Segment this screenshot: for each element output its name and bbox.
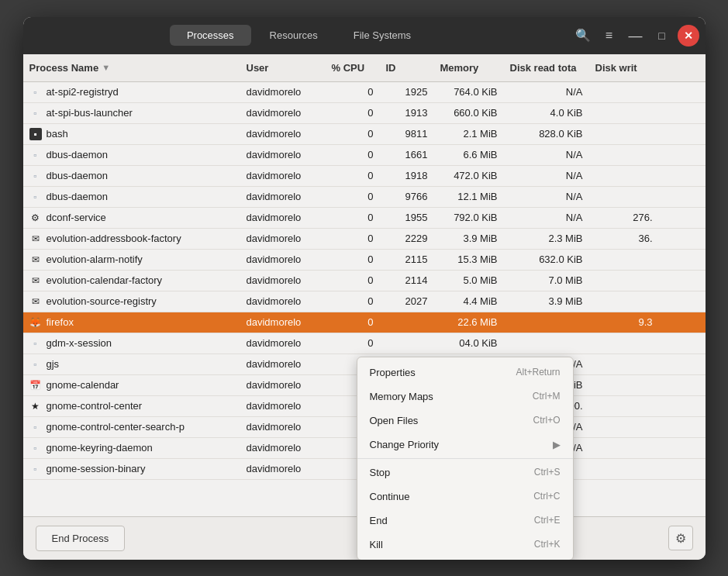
process-name-cell: ▫ gjs: [23, 354, 240, 374]
process-diskwrite: [589, 423, 659, 431]
process-diskread: N/A: [504, 208, 589, 227]
process-name: gjs: [47, 358, 60, 370]
process-diskread: 3.9 MiB: [504, 291, 589, 311]
process-name: gnome-control-center: [47, 400, 143, 412]
table-row[interactable]: ✉ evolution-calendar-factory davidmorelo…: [23, 271, 706, 291]
process-id: 2229: [380, 229, 434, 248]
process-diskwrite: [589, 381, 659, 389]
process-name: dbus-daemon: [47, 170, 109, 181]
table-row[interactable]: ▪ bash davidmorelo 0 9811 2.1 MiB 828.0 …: [23, 124, 706, 145]
process-icon: ▫: [29, 86, 42, 98]
settings-button[interactable]: ⚙: [668, 526, 693, 550]
process-diskwrite: [589, 402, 659, 410]
table-row[interactable]: ▫ at-spi-bus-launcher davidmorelo 0 1913…: [23, 103, 706, 124]
table-row[interactable]: 🦊 firefox davidmorelo 0 22.6 MiB 9.3: [23, 312, 706, 333]
tab-resources[interactable]: Resources: [253, 25, 335, 46]
menu-button[interactable]: ≡: [599, 25, 620, 47]
process-diskwrite: [589, 277, 659, 285]
table-row[interactable]: ▫ dbus-daemon davidmorelo 0 1918 472.0 K…: [23, 166, 706, 187]
process-id: 1918: [380, 166, 434, 185]
table-row[interactable]: ▫ at-spi2-registryd davidmorelo 0 1925 7…: [23, 82, 706, 103]
process-user: davidmorelo: [240, 208, 326, 227]
col-header-cpu[interactable]: % CPU: [326, 59, 380, 77]
process-memory: 2.1 MiB: [434, 124, 504, 143]
process-id: 9811: [380, 124, 434, 143]
ctx-divider: [357, 458, 573, 459]
minimize-button[interactable]: —: [625, 25, 647, 47]
ctx-end[interactable]: End Ctrl+E: [357, 509, 573, 533]
process-icon: ▫: [29, 463, 42, 475]
ctx-stop[interactable]: Stop Ctrl+S: [357, 460, 573, 485]
process-diskwrite: 276.: [589, 208, 659, 227]
process-id: 1913: [380, 103, 434, 122]
process-name-cell: ✉ evolution-source-registry: [23, 291, 240, 312]
process-id: 9766: [380, 187, 434, 206]
process-icon: 🦊: [29, 316, 42, 329]
table-row[interactable]: ▫ dbus-daemon davidmorelo 0 9766 12.1 Mi…: [23, 187, 706, 208]
process-name: gnome-keyring-daemon: [47, 442, 153, 454]
process-name-cell: ▫ gnome-session-binary: [23, 459, 240, 479]
process-icon: ▫: [29, 107, 42, 119]
main-content: Process Name ▼ User % CPU ID Memory Disk…: [23, 54, 706, 560]
process-diskread: 4.0 KiB: [504, 103, 589, 122]
process-name-cell: ▫ at-spi-bus-launcher: [23, 103, 240, 123]
process-id: 2027: [380, 291, 434, 311]
process-diskread: 632.0 KiB: [504, 250, 589, 269]
system-monitor-window: Processes Resources File Systems 🔍 ≡ — □…: [23, 17, 706, 560]
process-cpu: 0: [326, 82, 380, 102]
table-row[interactable]: ✉ evolution-alarm-notify davidmorelo 0 2…: [23, 250, 706, 271]
table-row[interactable]: ▫ gdm-x-session davidmorelo 0 04.0 KiB: [23, 333, 706, 354]
table-row[interactable]: ✉ evolution-addressbook-factory davidmor…: [23, 229, 706, 250]
col-header-id[interactable]: ID: [380, 59, 434, 77]
process-memory: 22.6 MiB: [434, 312, 504, 332]
ctx-memory-maps[interactable]: Memory Maps Ctrl+M: [357, 385, 573, 409]
process-user: davidmorelo: [240, 417, 326, 436]
process-user: davidmorelo: [240, 459, 326, 478]
process-diskwrite: [589, 88, 659, 96]
process-name: evolution-alarm-notify: [47, 254, 143, 265]
process-cpu: 0: [326, 145, 380, 164]
titlebar: Processes Resources File Systems 🔍 ≡ — □…: [23, 17, 706, 54]
process-name-cell: ▫ gdm-x-session: [23, 333, 240, 354]
process-icon: ▫: [29, 337, 42, 350]
tab-filesystems[interactable]: File Systems: [336, 25, 428, 46]
col-header-memory[interactable]: Memory: [434, 59, 504, 77]
ctx-continue[interactable]: Continue Ctrl+C: [357, 485, 573, 509]
ctx-kill[interactable]: Kill Ctrl+K: [357, 533, 573, 557]
process-memory: 5.0 MiB: [434, 271, 504, 290]
process-name-cell: ✉ evolution-alarm-notify: [23, 250, 240, 270]
process-name: at-spi2-registryd: [47, 86, 119, 98]
process-cpu: 0: [326, 333, 380, 353]
search-button[interactable]: 🔍: [572, 25, 594, 47]
process-memory: 6.6 MiB: [434, 145, 504, 164]
process-cpu: 0: [326, 166, 380, 185]
process-diskread: N/A: [504, 166, 589, 185]
process-icon: ✉: [29, 295, 42, 308]
maximize-button[interactable]: □: [651, 25, 673, 47]
process-id: 1955: [380, 208, 434, 227]
process-user: davidmorelo: [240, 229, 326, 248]
ctx-change-priority[interactable]: Change Priority ▶: [357, 433, 573, 457]
table-row[interactable]: ⚙ dconf-service davidmorelo 0 1955 792.0…: [23, 208, 706, 229]
process-diskwrite: [589, 444, 659, 452]
process-name: dbus-daemon: [47, 149, 109, 160]
process-icon: ✉: [29, 233, 42, 245]
tab-processes[interactable]: Processes: [170, 25, 251, 46]
close-button[interactable]: ✕: [678, 25, 699, 47]
process-icon: ▪: [29, 128, 42, 140]
col-header-name[interactable]: Process Name ▼: [23, 59, 240, 77]
table-row[interactable]: ✉ evolution-source-registry davidmorelo …: [23, 291, 706, 312]
process-cpu: 0: [326, 229, 380, 248]
col-header-user[interactable]: User: [240, 59, 326, 77]
col-header-diskread[interactable]: Disk read tota: [504, 59, 589, 77]
process-diskread: N/A: [504, 187, 589, 206]
process-diskwrite: [589, 151, 659, 159]
end-process-button[interactable]: End Process: [36, 526, 126, 551]
process-diskwrite: [589, 256, 659, 264]
process-memory: 764.0 KiB: [434, 82, 504, 102]
col-header-diskwrite[interactable]: Disk writ: [589, 59, 659, 77]
ctx-open-files[interactable]: Open Files Ctrl+O: [357, 409, 573, 433]
process-cpu: 0: [326, 312, 380, 332]
table-row[interactable]: ▫ dbus-daemon davidmorelo 0 1661 6.6 MiB…: [23, 145, 706, 166]
ctx-properties[interactable]: Properties Alt+Return: [357, 360, 573, 385]
